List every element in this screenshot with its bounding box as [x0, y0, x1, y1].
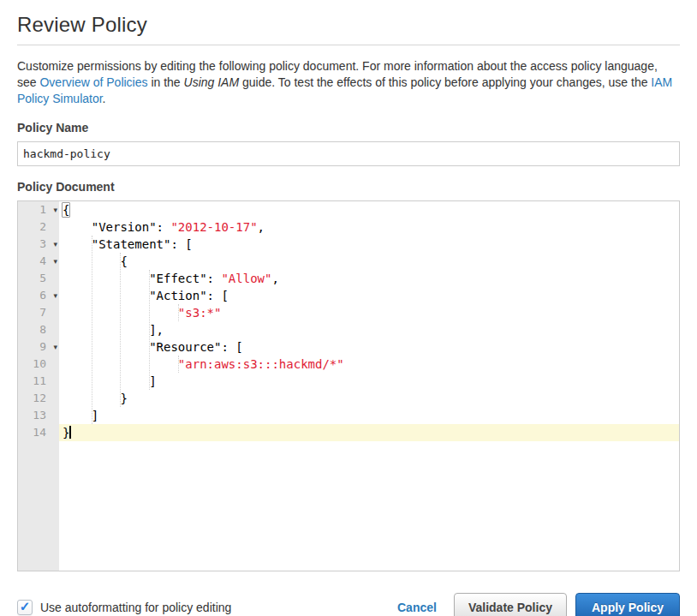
code-line[interactable]: "Statement": [	[63, 236, 679, 253]
json-code-text: "Version":	[63, 220, 170, 234]
code-line[interactable]: }	[63, 390, 679, 407]
autoformat-checkbox[interactable]: ✓	[17, 600, 33, 615]
intro-part-4: .	[103, 92, 106, 105]
gutter-line-number: 2	[18, 218, 59, 236]
json-code-text: "Resource": [	[63, 340, 243, 354]
fold-arrow-icon[interactable]: ▾	[53, 338, 57, 356]
json-code-text: ]	[63, 374, 157, 388]
json-code-text: ],	[63, 323, 164, 337]
using-iam-text: Using IAM	[184, 75, 240, 89]
code-line[interactable]: "Resource": [	[63, 338, 679, 356]
autoformat-label: Use autoformatting for policy editing	[40, 601, 231, 614]
code-line[interactable]: ],	[63, 321, 679, 338]
gutter-line-number: 9▾	[18, 338, 59, 356]
json-code-text: }	[63, 426, 69, 440]
fold-arrow-icon[interactable]: ▾	[53, 201, 57, 218]
code-line[interactable]: ]	[63, 373, 679, 390]
editor-code[interactable]: { "Version": "2012-10-17", "Statement": …	[59, 201, 679, 571]
gutter-line-number: 6▾	[18, 287, 59, 304]
autoformat-option[interactable]: ✓ Use autoformatting for policy editing	[17, 600, 231, 615]
action-buttons: Cancel Validate Policy Apply Policy	[397, 593, 680, 616]
gutter-line-number: 5	[18, 270, 59, 287]
gutter-line-number: 8	[18, 321, 59, 338]
code-line[interactable]: "arn:aws:s3:::hackmd/*"	[63, 356, 679, 373]
json-code-text: "Statement": [	[63, 237, 193, 251]
gutter-line-number: 7	[18, 304, 59, 321]
json-code-text: ]	[63, 409, 98, 422]
overview-of-policies-link[interactable]: Overview of Policies	[39, 75, 147, 89]
code-line[interactable]: "s3:*"	[63, 304, 679, 321]
json-code-text: {	[62, 202, 70, 218]
json-string-value: "2012-10-17"	[170, 220, 257, 234]
gutter-line-number: 11	[18, 373, 59, 390]
intro-text: Customize permissions by editing the fol…	[17, 58, 680, 107]
policy-document-label: Policy Document	[17, 180, 680, 194]
json-code-text	[63, 306, 178, 320]
fold-arrow-icon[interactable]: ▾	[53, 236, 57, 253]
json-code-text: {	[63, 254, 128, 268]
intro-part-3: guide. To test the effects of this polic…	[239, 75, 651, 89]
page-title: Review Policy	[17, 13, 680, 37]
code-line[interactable]: "Action": [	[63, 287, 679, 304]
json-code-text: "Action": [	[63, 289, 229, 302]
fold-arrow-icon[interactable]: ▾	[53, 253, 57, 270]
gutter-line-number: 1▾	[18, 201, 59, 218]
code-line[interactable]: ]	[63, 407, 679, 424]
json-code-text: "Effect":	[63, 272, 221, 285]
header-divider	[17, 45, 680, 45]
text-cursor	[69, 426, 71, 439]
gutter-line-number: 13	[18, 407, 59, 424]
gutter-line-number: 3▾	[18, 236, 59, 253]
json-string-value: "s3:*"	[178, 306, 222, 320]
apply-policy-button[interactable]: Apply Policy	[575, 593, 680, 616]
json-code-text: ,	[258, 220, 265, 234]
json-code-text: ,	[271, 272, 278, 285]
validate-policy-button[interactable]: Validate Policy	[454, 593, 567, 616]
gutter-line-number: 14	[18, 424, 59, 441]
code-line[interactable]: {	[63, 253, 679, 270]
intro-part-2: in the	[148, 75, 184, 89]
code-line[interactable]: }	[59, 424, 679, 441]
json-string-value: "arn:aws:s3:::hackmd/*"	[178, 357, 344, 371]
code-line[interactable]: "Version": "2012-10-17",	[63, 218, 679, 236]
review-policy-page: Review Policy Customize permissions by e…	[0, 13, 697, 616]
policy-document-editor[interactable]: 1▾23▾4▾56▾789▾1011121314 { "Version": "2…	[17, 200, 680, 571]
gutter-line-number: 4▾	[18, 253, 59, 270]
gutter-line-number: 12	[18, 390, 59, 407]
checkmark-icon: ✓	[20, 600, 31, 613]
json-string-value: "Allow"	[221, 272, 271, 285]
policy-name-input[interactable]	[17, 141, 680, 166]
code-line[interactable]: {	[63, 201, 679, 218]
json-code-text	[63, 357, 178, 371]
cancel-link[interactable]: Cancel	[397, 601, 437, 614]
policy-name-label: Policy Name	[17, 121, 680, 135]
json-code-text: }	[63, 392, 128, 405]
editor-gutter: 1▾23▾4▾56▾789▾1011121314	[18, 201, 59, 571]
gutter-line-number: 10	[18, 356, 59, 373]
fold-arrow-icon[interactable]: ▾	[53, 287, 57, 304]
code-line[interactable]: "Effect": "Allow",	[63, 270, 679, 287]
footer-bar: ✓ Use autoformatting for policy editing …	[17, 593, 680, 616]
